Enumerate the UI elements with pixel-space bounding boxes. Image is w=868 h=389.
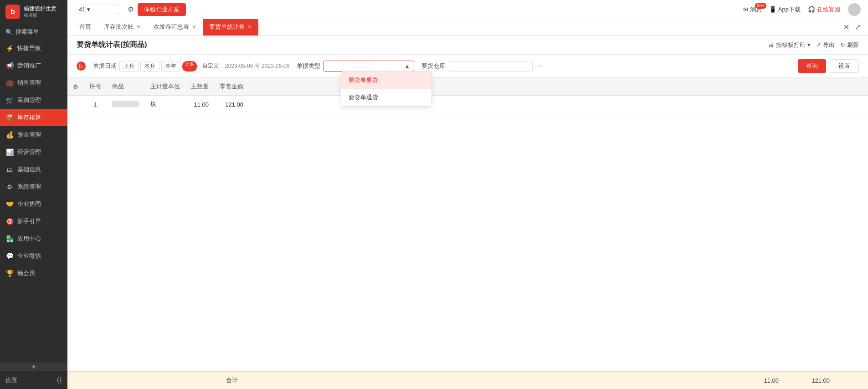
td-amount: 121.00	[214, 96, 249, 113]
td-qty: 11.00	[185, 96, 214, 113]
filter-type-input-wrap[interactable]: ▲	[323, 61, 414, 72]
finance-icon: 💰	[5, 131, 14, 139]
query-button[interactable]: 查询	[798, 59, 826, 73]
sidebar-item-marketing[interactable]: 📢 营销推广	[0, 57, 67, 74]
tab-close-all-button[interactable]: ✕	[842, 23, 851, 31]
tab-expand-button[interactable]: ⤢	[853, 23, 863, 31]
page-title: 要货单统计表(按商品)	[77, 40, 147, 50]
td-product	[107, 96, 145, 113]
filter-date-group: 单据日期 上月 本月 本年 近多 自定义 2023-05-06 至 2023-0…	[93, 61, 289, 72]
filter-expand-button[interactable]: ▷	[77, 61, 86, 71]
marketing-icon: 📢	[5, 61, 14, 70]
filter-type-group: 单据类型 ▲	[297, 61, 414, 72]
table-footer: 合计 11.00 121.00	[67, 371, 868, 389]
filter-more-icon[interactable]: ···	[537, 62, 543, 70]
tab-close-summary[interactable]: ✕	[192, 24, 196, 30]
filter-recent-badge[interactable]: 近多	[182, 61, 197, 72]
sidebar-item-appstore[interactable]: 🏪 应用中心	[0, 230, 67, 247]
product-placeholder	[112, 101, 139, 107]
sidebar-item-purchase[interactable]: 🛒 采购管理	[0, 92, 67, 109]
sidebar-item-operations[interactable]: 📊 经营管理	[0, 143, 67, 161]
footer-qty: 11.00	[760, 377, 797, 384]
sidebar-header: b 畅捷通好生意 标准版	[0, 0, 67, 24]
chevron-down-icon-print: ▾	[807, 41, 811, 48]
footer-amount: 121.00	[812, 377, 848, 384]
topbar: 41 ▾ ⚙ 体验行业方案 ✉ 消息 99+ 📱 App下载 🎧 在线客服	[67, 0, 868, 19]
dropdown-item-order[interactable]: 要货单要货	[341, 72, 431, 89]
sidebar-item-collab[interactable]: 🤝 企业协同	[0, 195, 67, 213]
member-icon: 🏆	[5, 269, 14, 277]
filter-type-input[interactable]	[327, 63, 404, 70]
purchase-icon: 🛒	[5, 96, 14, 104]
td-unit: 块	[145, 96, 185, 113]
sidebar-item-system[interactable]: ⚙ 系统管理	[0, 178, 67, 195]
th-idx: 序号	[84, 78, 107, 96]
online-service-button[interactable]: 🎧 在线客服	[808, 5, 841, 14]
wechat-icon: 💬	[5, 252, 14, 260]
sidebar-item-guide[interactable]: 🎯 新手引导	[0, 213, 67, 230]
message-icon: ✉	[743, 6, 748, 13]
page-header-actions: 🖨 按模板打印 ▾ ↗ 导出 ↻ 刷新	[768, 41, 859, 49]
trial-button[interactable]: 体验行业方案	[138, 3, 186, 16]
filter-last-month-btn[interactable]: 上月	[119, 61, 139, 72]
table-row: 1 块 11.00 121.00	[67, 96, 868, 113]
phone-icon: 📱	[769, 6, 776, 13]
inventory-icon: 📦	[5, 113, 14, 122]
sidebar-search[interactable]: 🔍 搜索菜单	[0, 24, 67, 40]
message-button[interactable]: ✉ 消息 99+	[743, 5, 762, 14]
shortcuts-icon: ⚡	[5, 44, 14, 52]
basic-icon: 🗂	[5, 165, 14, 174]
tab-close-order[interactable]: ✕	[247, 24, 252, 30]
user-avatar[interactable]	[848, 3, 861, 16]
page-header: 要货单统计表(按商品) 🖨 按模板打印 ▾ ↗ 导出 ↻ 刷新	[67, 36, 868, 55]
filter-custom-btn[interactable]: 自定义	[199, 61, 222, 72]
sidebar-item-shortcuts[interactable]: ⚡ 快捷导航	[0, 40, 67, 57]
tab-batch[interactable]: 库存批次账 ✕	[98, 19, 147, 36]
app-download-button[interactable]: 📱 App下载	[769, 5, 801, 14]
settings-button[interactable]: 设置	[5, 376, 17, 384]
system-icon: ⚙	[5, 183, 14, 191]
filter-warehouse-input[interactable]	[448, 61, 533, 72]
tab-order[interactable]: 要货单统计表 ✕	[203, 19, 258, 36]
filter-date-buttons: 上月 本月 本年 近多 自定义	[119, 61, 222, 72]
sidebar-item-inventory[interactable]: 📦 库存核算	[0, 109, 67, 126]
content-area: 要货单统计表(按商品) 🖨 按模板打印 ▾ ↗ 导出 ↻ 刷新 ▷	[67, 36, 868, 389]
chevron-up-icon[interactable]: ▲	[404, 62, 410, 70]
sidebar-collapse-button[interactable]: ⟨⟨	[56, 376, 62, 384]
print-button[interactable]: 🖨 按模板打印 ▾	[768, 41, 811, 49]
th-product: 商品	[107, 78, 145, 96]
main-area: 41 ▾ ⚙ 体验行业方案 ✉ 消息 99+ 📱 App下载 🎧 在线客服	[67, 0, 868, 389]
sidebar-scroll-down[interactable]: ▼	[0, 363, 67, 371]
sidebar-bottom: 设置 ⟨⟨	[0, 371, 67, 389]
th-settings[interactable]: ⚙	[67, 78, 84, 96]
export-button[interactable]: ↗ 导出	[816, 41, 835, 49]
sidebar-item-basic[interactable]: 🗂 基础信息	[0, 161, 67, 178]
company-select[interactable]: 41 ▾	[75, 5, 120, 14]
appstore-icon: 🏪	[5, 235, 14, 243]
tabbar: 首页 库存批次账 ✕ 收发存汇总表 ✕ 要货单统计表 ✕ ✕ ⤢	[67, 19, 868, 36]
search-icon: 🔍	[5, 29, 13, 36]
topbar-gear-icon[interactable]: ⚙	[128, 5, 134, 14]
dropdown-menu: 要货单要货 要货单退货	[341, 71, 432, 107]
refresh-icon: ↻	[840, 41, 845, 48]
app-logo: b	[5, 5, 20, 19]
guide-icon: 🎯	[5, 217, 14, 225]
filter-this-year-btn[interactable]: 本年	[161, 61, 180, 72]
filter-this-month-btn[interactable]: 本月	[140, 61, 159, 72]
filter-date-range: 2023-05-06 至 2023-06-06	[225, 62, 289, 70]
sidebar-item-wechat[interactable]: 💬 企业微信	[0, 247, 67, 265]
export-icon: ↗	[816, 41, 821, 48]
sidebar-item-sales[interactable]: 💼 销售管理	[0, 74, 67, 92]
data-table: ⚙ 序号 商品 主计量单位 主数量 零售金额 1	[67, 78, 868, 113]
tab-close-batch[interactable]: ✕	[136, 24, 141, 30]
dropdown-item-return[interactable]: 要货单退货	[341, 89, 431, 106]
sales-icon: 💼	[5, 79, 14, 87]
footer-label: 合计	[226, 376, 238, 384]
sidebar-item-finance[interactable]: 💰 资金管理	[0, 126, 67, 143]
refresh-button[interactable]: ↻ 刷新	[840, 41, 859, 49]
sidebar-item-member[interactable]: 🏆 畅会员	[0, 265, 67, 282]
tab-home[interactable]: 首页	[73, 19, 98, 36]
message-badge: 99+	[755, 3, 766, 9]
tab-summary[interactable]: 收发存汇总表 ✕	[147, 19, 203, 36]
settings-filter-button[interactable]: 设置	[830, 59, 859, 73]
